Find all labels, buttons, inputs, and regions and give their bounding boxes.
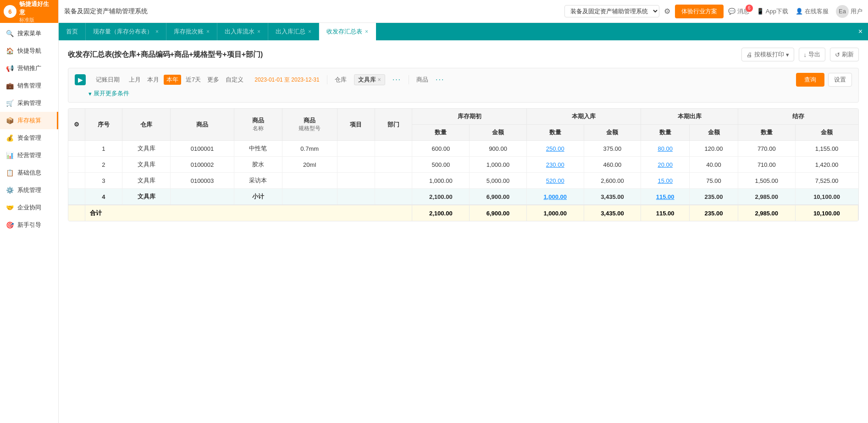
in-qty-link-3[interactable]: 1,000.00 (543, 193, 567, 200)
table-footer-row: 合计 2,100.00 6,900.00 1,000.00 3,435.00 1… (68, 205, 858, 221)
in-qty-link-2[interactable]: 520.00 (546, 177, 564, 184)
sidebar-item-finance[interactable]: 💰资金管理 (0, 129, 58, 147)
sidebar-item-system[interactable]: ⚙️系统管理 (0, 181, 58, 199)
sidebar-icon-purchase: 🛒 (6, 99, 14, 107)
system-select[interactable]: 装备及固定资产辅助管理系统 (564, 5, 659, 17)
th-out-qty: 数量 (641, 125, 690, 141)
cell-open-amt-1: 1,000.00 (470, 157, 527, 173)
cell-settings-0 (68, 141, 85, 157)
th-opening: 库存期初 (412, 109, 526, 125)
sidebar-item-search[interactable]: 🔍搜索菜单 (0, 25, 58, 42)
th-spec: 商品规格型号 (282, 109, 337, 141)
date-range-display: 2023-01-01 至 2023-12-31 (254, 76, 319, 84)
cell-in-amt-0: 375.00 (584, 141, 641, 157)
cell-in-qty-3[interactable]: 1,000.00 (526, 189, 584, 205)
out-qty-link-0[interactable]: 80.00 (658, 145, 673, 152)
cell-warehouse-0: 文具库 (122, 141, 170, 157)
filter-dates: 上月 本月 本年 近7天 更多 自定义 (127, 75, 245, 85)
tab-recv_send[interactable]: 收发存汇总表× (319, 23, 376, 40)
filter-separator-1 (327, 75, 327, 84)
th-code: 商品 (170, 109, 234, 141)
sidebar-item-quicknav[interactable]: 🏠快捷导航 (0, 42, 58, 60)
filter-row-1: ▶ 记账日期 上月 本月 本年 近7天 更多 自定义 2023-01-01 至 … (75, 73, 852, 87)
expand-conditions-btn[interactable]: ▾ 展开更多条件 (88, 89, 129, 98)
th-settings[interactable]: ⚙ (68, 109, 85, 141)
cell-name-3: 小计 (234, 189, 282, 205)
out-qty-link-2[interactable]: 15.00 (658, 177, 673, 184)
app-download-btn[interactable]: 📱 App下载 (757, 7, 788, 16)
settings-btn[interactable]: 设置 (828, 73, 852, 87)
sidebar-item-purchase[interactable]: 🛒采购管理 (0, 94, 58, 112)
cell-settings-1 (68, 157, 85, 173)
tab-close-inout_summary[interactable]: × (308, 28, 311, 35)
cell-out-qty-0[interactable]: 80.00 (641, 141, 690, 157)
cell-out-qty-3[interactable]: 115.00 (641, 189, 690, 205)
date-btn-7days[interactable]: 近7天 (184, 75, 203, 85)
cell-in-qty-0[interactable]: 250.00 (526, 141, 584, 157)
tab-inout_summary[interactable]: 出入库汇总× (268, 23, 319, 40)
sidebar-label-finance: 资金管理 (17, 134, 41, 142)
out-qty-link-3[interactable]: 115.00 (656, 193, 674, 200)
in-qty-link-1[interactable]: 230.00 (546, 161, 564, 168)
sidebar-item-inventory[interactable]: 📦库存核算 (0, 112, 58, 129)
cell-in-qty-1[interactable]: 230.00 (526, 157, 584, 173)
warehouse-filter-label: 仓库 (335, 76, 347, 84)
footer-bal-qty: 2,985.00 (738, 205, 795, 221)
sidebar-menu: 🔍搜索菜单🏠快捷导航📢营销推广💼销售管理🛒采购管理📦库存核算💰资金管理📊经营管理… (0, 23, 58, 423)
sidebar-item-marketing[interactable]: 📢营销推广 (0, 60, 58, 77)
tab-close-recv_send[interactable]: × (365, 28, 368, 35)
download-icon: 📱 (757, 8, 764, 15)
sidebar-item-basic[interactable]: 📋基础信息 (0, 164, 58, 181)
th-in-qty: 数量 (526, 125, 584, 141)
sidebar-item-guide[interactable]: 🎯新手引导 (0, 216, 58, 234)
app-download-label: App下载 (766, 7, 788, 16)
date-btn-last-month[interactable]: 上月 (127, 75, 143, 85)
user-btn[interactable]: Ea 用户 (836, 5, 862, 18)
cell-in-amt-2: 2,600.00 (584, 173, 641, 189)
warehouse-more-btn[interactable]: ··· (393, 76, 401, 84)
sidebar-item-sales[interactable]: 💼销售管理 (0, 77, 58, 94)
data-table: ⚙ 序号 仓库 商品 商品名称 商品规格型号 项目 部门 库存期初 本期入库 本… (68, 109, 858, 221)
sidebar-item-operation[interactable]: 📊经营管理 (0, 147, 58, 164)
in-qty-link-0[interactable]: 250.00 (546, 145, 564, 152)
filter-bar: ▶ 记账日期 上月 本月 本年 近7天 更多 自定义 2023-01-01 至 … (68, 68, 859, 103)
tab-close-inout_flow[interactable]: × (257, 28, 260, 35)
message-btn[interactable]: 💬 消息 6 (728, 7, 749, 16)
cell-spec-3 (282, 189, 337, 205)
print-btn[interactable]: 🖨 按模板打印 ▾ (741, 48, 794, 61)
date-btn-this-year[interactable]: 本年 (164, 75, 181, 85)
cell-name-2: 采访本 (234, 173, 282, 189)
tab-home[interactable]: 首页 (59, 23, 86, 40)
tab-bar-close-btn[interactable]: × (853, 27, 868, 36)
export-btn[interactable]: ↓ 导出 (799, 48, 826, 61)
sidebar-label-sales: 销售管理 (17, 82, 41, 90)
settings-icon[interactable]: ⚙ (664, 7, 670, 16)
cell-dept-2 (375, 173, 412, 189)
user-label: 用户 (851, 7, 862, 16)
refresh-btn[interactable]: ↺ 刷新 (830, 48, 859, 61)
filter-collapse-btn[interactable]: ▶ (75, 74, 86, 85)
tab-label-home: 首页 (66, 27, 78, 36)
cell-in-qty-2[interactable]: 520.00 (526, 173, 584, 189)
warehouse-tag-close[interactable]: × (378, 77, 381, 83)
cell-out-qty-2[interactable]: 15.00 (641, 173, 690, 189)
cell-code-3 (170, 189, 234, 205)
sidebar-item-collab[interactable]: 🤝企业协同 (0, 199, 58, 216)
th-name: 商品名称 (234, 109, 282, 141)
out-qty-link-1[interactable]: 20.00 (658, 161, 673, 168)
date-btn-this-month[interactable]: 本月 (145, 75, 161, 85)
tab-inout_flow[interactable]: 出入库流水× (217, 23, 268, 40)
online-service-btn[interactable]: 👤 在线客服 (796, 7, 829, 16)
experience-btn[interactable]: 体验行业方案 (675, 5, 724, 18)
tab-batch[interactable]: 库存批次账× (166, 23, 217, 40)
query-btn[interactable]: 查询 (796, 73, 824, 87)
tab-close-inventory_dist[interactable]: × (155, 28, 159, 35)
cell-out-qty-1[interactable]: 20.00 (641, 157, 690, 173)
date-btn-more[interactable]: 更多 (205, 75, 221, 85)
app-name: 畅捷通好生意 (19, 0, 55, 16)
tab-inventory_dist[interactable]: 现存量（库存分布表）× (86, 23, 166, 40)
goods-more-btn[interactable]: ··· (436, 76, 444, 84)
tab-close-batch[interactable]: × (206, 28, 210, 35)
date-btn-custom[interactable]: 自定义 (224, 75, 245, 85)
avatar-initial: Ea (839, 8, 846, 15)
